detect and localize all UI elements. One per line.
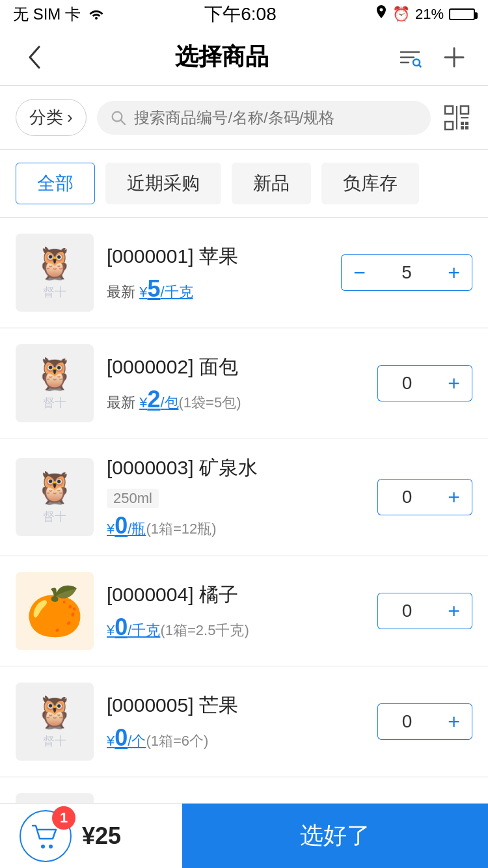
nav-bar: 选择商品 — [0, 29, 488, 86]
wifi-icon — [87, 5, 105, 23]
product-name: [0000001] 苹果 — [107, 243, 328, 270]
carrier-text: 无 SIM 卡 — [13, 4, 81, 25]
cart-badge: 1 — [52, 806, 75, 830]
svg-rect-15 — [465, 122, 468, 125]
svg-point-18 — [41, 845, 45, 848]
product-list: 🦉 督十 [0000001] 苹果 最新 ¥ 5 /千克 − + 🦉 督十 — [0, 218, 488, 868]
battery-text: 21% — [415, 6, 444, 23]
cart-section: 1 ¥25 — [0, 810, 182, 862]
qty-input[interactable] — [377, 593, 436, 629]
bottom-bar: 1 ¥25 选好了 — [0, 803, 488, 868]
svg-rect-9 — [445, 106, 453, 114]
product-price: ¥ 0 /个 (1箱=6个) — [107, 724, 364, 752]
product-name: [0000005] 芒果 — [107, 692, 364, 719]
product-info-0000004: [0000004] 橘子 ¥ 0 /千克 (1箱=2.5千克) — [107, 582, 364, 641]
tab-bar: 全部 近期采购 新品 负库存 — [0, 150, 488, 218]
product-item-0000004: 🍊 [0000004] 橘子 ¥ 0 /千克 (1箱=2.5千克) + — [0, 556, 488, 666]
product-controls-0000005: + — [377, 703, 472, 740]
product-item-0000005: 🦉 督十 [0000005] 芒果 ¥ 0 /个 (1箱=6个) + — [0, 667, 488, 776]
qty-input[interactable] — [377, 254, 436, 291]
qty-input[interactable] — [377, 703, 436, 740]
confirm-button[interactable]: 选好了 — [182, 804, 488, 868]
qty-plus-button[interactable]: + — [436, 593, 472, 629]
tab-new[interactable]: 新品 — [232, 163, 311, 204]
search-box — [97, 101, 431, 135]
product-controls-0000003: + — [377, 479, 472, 515]
status-time: 下午6:08 — [204, 2, 277, 27]
add-button[interactable] — [440, 43, 468, 72]
alarm-icon: ⏰ — [392, 6, 410, 23]
category-button[interactable]: 分类 › — [16, 99, 87, 136]
battery-icon — [449, 8, 475, 20]
product-controls-0000002: + — [377, 365, 472, 401]
product-info-0000001: [0000001] 苹果 最新 ¥ 5 /千克 — [107, 243, 328, 303]
product-name: [0000002] 面包 — [107, 354, 364, 381]
category-label: 分类 — [29, 106, 63, 129]
search-input[interactable] — [134, 109, 418, 127]
svg-rect-10 — [461, 106, 468, 114]
owl-text: 督十 — [43, 509, 66, 524]
product-image-0000003: 🦉 督十 — [16, 458, 94, 536]
qty-plus-button[interactable]: + — [436, 365, 472, 401]
product-info-0000003: [0000003] 矿泉水 250ml ¥ 0 /瓶 (1箱=12瓶) — [107, 455, 364, 539]
status-left: 无 SIM 卡 — [13, 4, 105, 25]
filter-bar: 分类 › — [0, 86, 488, 150]
qty-input[interactable] — [377, 479, 436, 515]
product-name: [0000004] 橘子 — [107, 582, 364, 608]
product-controls-0000001: − + — [341, 254, 472, 291]
qty-plus-button[interactable]: + — [436, 254, 472, 291]
filter-button[interactable] — [396, 43, 424, 72]
qty-minus-button[interactable]: − — [341, 254, 377, 291]
svg-line-8 — [120, 120, 124, 124]
qty-plus-button[interactable]: + — [436, 703, 472, 740]
tab-recent[interactable]: 近期采购 — [105, 163, 221, 204]
page-title: 选择商品 — [175, 41, 269, 73]
product-controls-0000004: + — [377, 593, 472, 629]
back-button[interactable] — [20, 43, 48, 72]
product-image-0000004: 🍊 — [16, 572, 94, 650]
product-item-0000001: 🦉 督十 [0000001] 苹果 最新 ¥ 5 /千克 − + — [0, 218, 488, 327]
svg-point-19 — [49, 845, 53, 848]
owl-text: 督十 — [43, 733, 66, 749]
owl-icon: 🦉 — [35, 694, 74, 731]
search-icon — [110, 109, 127, 127]
owl-text: 督十 — [43, 395, 66, 411]
qty-input[interactable] — [377, 365, 436, 401]
nav-actions — [396, 43, 468, 72]
scan-icon — [442, 103, 471, 132]
product-price: ¥ 0 /瓶 (1箱=12瓶) — [107, 512, 364, 539]
location-icon — [375, 5, 387, 23]
tab-negative[interactable]: 负库存 — [321, 163, 419, 204]
product-info-0000002: [0000002] 面包 最新 ¥ 2 /包 (1袋=5包) — [107, 354, 364, 413]
status-right: ⏰ 21% — [375, 5, 475, 23]
product-name: [0000003] 矿泉水 — [107, 455, 364, 481]
tab-all[interactable]: 全部 — [16, 163, 95, 204]
product-item-0000003: 🦉 督十 [0000003] 矿泉水 250ml ¥ 0 /瓶 (1箱=12瓶)… — [0, 439, 488, 555]
owl-text: 督十 — [43, 284, 66, 300]
product-price: 最新 ¥ 2 /包 (1袋=5包) — [107, 386, 364, 413]
owl-icon: 🦉 — [35, 356, 74, 392]
owl-icon: 🦉 — [35, 470, 74, 506]
product-image-0000005: 🦉 督十 — [16, 683, 94, 761]
status-bar: 无 SIM 卡 下午6:08 ⏰ 21% — [0, 0, 488, 29]
product-price: ¥ 0 /千克 (1箱=2.5千克) — [107, 614, 364, 641]
product-price: 最新 ¥ 5 /千克 — [107, 275, 328, 303]
product-spec: 250ml — [107, 489, 159, 508]
product-info-0000005: [0000005] 芒果 ¥ 0 /个 (1箱=6个) — [107, 692, 364, 752]
svg-rect-11 — [445, 122, 453, 129]
scan-button[interactable] — [441, 102, 472, 133]
cart-total: ¥25 — [82, 822, 121, 850]
svg-rect-14 — [461, 122, 464, 125]
owl-icon: 🦉 — [35, 245, 74, 282]
svg-rect-17 — [465, 126, 468, 129]
product-image-0000001: 🦉 督十 — [16, 234, 94, 312]
cart-icon-button[interactable]: 1 — [20, 810, 72, 862]
category-chevron-icon: › — [67, 107, 73, 128]
product-item-0000002: 🦉 督十 [0000002] 面包 最新 ¥ 2 /包 (1袋=5包) + — [0, 329, 488, 438]
qty-plus-button[interactable]: + — [436, 479, 472, 515]
svg-rect-16 — [461, 126, 464, 129]
svg-line-4 — [419, 64, 421, 66]
product-image-0000002: 🦉 督十 — [16, 344, 94, 422]
